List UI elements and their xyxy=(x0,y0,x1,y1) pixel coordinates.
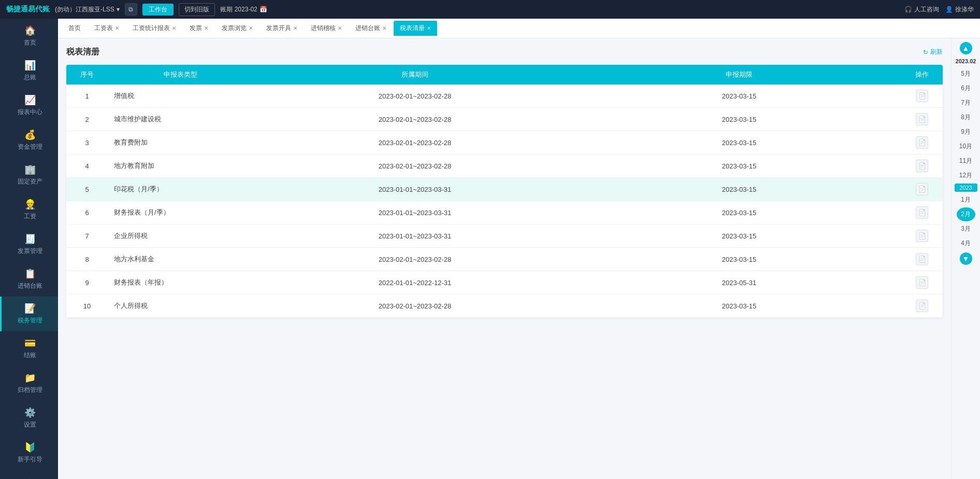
calendar-month-1月[interactable]: 1月 xyxy=(955,193,977,207)
cell-deadline: 2023-03-15 xyxy=(577,178,901,201)
col-deadline: 申报期限 xyxy=(577,65,901,84)
settings-icon: ⚙️ xyxy=(24,407,36,418)
consult-label: 人工咨询 xyxy=(914,5,939,14)
calendar-month-5月[interactable]: 5月 xyxy=(955,67,977,81)
cell-action[interactable]: 📄 xyxy=(901,294,943,317)
sidebar-item-ledger[interactable]: 📊 总账 xyxy=(0,53,58,88)
cell-action[interactable]: 📄 xyxy=(901,248,943,271)
sidebar-item-invoice[interactable]: 🧾 发票管理 xyxy=(0,227,58,262)
sidebar-item-archive[interactable]: 📁 归档管理 xyxy=(0,366,58,401)
action-icon-9[interactable]: 📄 xyxy=(916,276,928,289)
sidebar-item-vip[interactable]: ✦ 畅会员 xyxy=(0,470,58,479)
tab-close-purchase-ledger[interactable]: ✕ xyxy=(382,25,386,31)
sidebar-item-settings[interactable]: ⚙️ 设置 xyxy=(0,401,58,435)
tab-close-invoice-browse[interactable]: ✕ xyxy=(249,25,253,31)
tab-close-tax-list[interactable]: ✕ xyxy=(427,25,431,31)
tab-invoice[interactable]: 发票✕ xyxy=(183,21,214,36)
company-selector[interactable]: (勿动）江西服亚-LSS ▾ xyxy=(55,5,120,14)
calendar-month-6月[interactable]: 6月 xyxy=(955,81,977,95)
calendar-month-10月[interactable]: 10月 xyxy=(955,139,977,153)
content-area: 首页工资表✕工资统计报表✕发票✕发票浏览✕发票开具✕进销稽核✕进销台账✕税表清册… xyxy=(58,19,980,479)
calendar-period-label: 2023.02 xyxy=(955,56,977,66)
sidebar-item-funds[interactable]: 💰 资金管理 xyxy=(0,123,58,158)
calendar-month-2月[interactable]: 2月 xyxy=(957,207,975,221)
calendar-icon[interactable]: 📅 xyxy=(260,6,267,13)
cell-action[interactable]: 📄 xyxy=(901,224,943,247)
work-station-button[interactable]: 工作台 xyxy=(142,4,174,16)
sidebar-item-reports[interactable]: 📈 报表中心 xyxy=(0,88,58,123)
action-icon-2[interactable]: 📄 xyxy=(916,113,928,125)
action-icon-5[interactable]: 📄 xyxy=(916,183,928,195)
sidebar-item-salary[interactable]: 👷 工资 xyxy=(0,192,58,227)
cell-period: 2023-02-01~2023-02-28 xyxy=(253,131,577,154)
action-icon-3[interactable]: 📄 xyxy=(916,136,928,149)
action-icon-4[interactable]: 📄 xyxy=(916,160,928,172)
tab-salary[interactable]: 工资表✕ xyxy=(88,21,125,36)
tab-close-salary[interactable]: ✕ xyxy=(115,25,119,31)
consult-button[interactable]: 🎧 人工咨询 xyxy=(904,5,939,14)
switch-old-button[interactable]: 切到旧版 xyxy=(179,3,215,16)
tab-tax-list[interactable]: 税表清册✕ xyxy=(394,21,437,36)
calendar-month-9月[interactable]: 9月 xyxy=(955,125,977,139)
cell-action[interactable]: 📄 xyxy=(901,84,943,107)
calendar-year-2023: 2023 xyxy=(955,184,977,192)
cell-period: 2023-02-01~2023-02-28 xyxy=(253,248,577,271)
sidebar-label-assets: 固定资产 xyxy=(18,177,42,186)
tab-purchase-check[interactable]: 进销稽核✕ xyxy=(305,21,348,36)
refresh-button[interactable]: ↻ 刷新 xyxy=(923,48,943,57)
calendar-month-11月[interactable]: 11月 xyxy=(955,154,977,168)
cell-action[interactable]: 📄 xyxy=(901,108,943,131)
calendar-month-7月[interactable]: 7月 xyxy=(955,96,977,110)
tab-close-salary-stats[interactable]: ✕ xyxy=(172,25,176,31)
calendar-month-4月[interactable]: 4月 xyxy=(955,236,977,250)
sidebar-item-settle[interactable]: 💳 结账 xyxy=(0,331,58,366)
cell-no: 5 xyxy=(66,178,108,201)
cell-no: 3 xyxy=(66,131,108,154)
tab-home[interactable]: 首页 xyxy=(62,21,87,36)
cell-period: 2023-02-01~2023-02-28 xyxy=(253,84,577,107)
cell-action[interactable]: 📄 xyxy=(901,178,943,201)
reports-icon: 📈 xyxy=(24,94,36,106)
sidebar-item-home[interactable]: 🏠 首页 xyxy=(0,19,58,53)
action-icon-7[interactable]: 📄 xyxy=(916,230,928,242)
tab-purchase-ledger[interactable]: 进销台账✕ xyxy=(349,21,393,36)
cell-deadline: 2023-03-15 xyxy=(577,224,901,247)
cell-action[interactable]: 📄 xyxy=(901,201,943,224)
page-header: 税表清册 ↻ 刷新 xyxy=(66,47,943,58)
cell-type: 增值税 xyxy=(108,84,253,107)
cell-action[interactable]: 📄 xyxy=(901,271,943,294)
cell-action[interactable]: 📄 xyxy=(901,154,943,177)
tab-close-invoice[interactable]: ✕ xyxy=(204,25,208,31)
funds-icon: 💰 xyxy=(24,129,36,140)
assets-icon: 🏢 xyxy=(24,164,36,175)
sidebar-item-guide[interactable]: 🔰 新手引导 xyxy=(0,435,58,470)
table-row: 2 城市维护建设税 2023-02-01~2023-02-28 2023-03-… xyxy=(66,108,943,131)
sidebar-item-purchase[interactable]: 📋 进销台账 xyxy=(0,262,58,297)
calendar-month-8月[interactable]: 8月 xyxy=(955,110,977,124)
cell-type: 城市维护建设税 xyxy=(108,108,253,131)
action-icon-8[interactable]: 📄 xyxy=(916,253,928,265)
sidebar-item-assets[interactable]: 🏢 固定资产 xyxy=(0,158,58,192)
cell-action[interactable]: 📄 xyxy=(901,131,943,154)
table-row: 5 印花税（月/季） 2023-01-01~2023-03-31 2023-03… xyxy=(66,178,943,201)
calendar-month-12月[interactable]: 12月 xyxy=(955,168,977,182)
tab-invoice-browse[interactable]: 发票浏览✕ xyxy=(215,21,259,36)
sidebar-item-tax[interactable]: 📝 税务管理 xyxy=(0,297,58,331)
calendar-next-button[interactable]: ▼ xyxy=(960,252,972,265)
tab-bar: 首页工资表✕工资统计报表✕发票✕发票浏览✕发票开具✕进销稽核✕进销台账✕税表清册… xyxy=(58,19,980,38)
copy-button[interactable]: ⧉ xyxy=(125,3,137,16)
calendar-prev-button[interactable]: ▲ xyxy=(960,42,972,54)
cell-no: 1 xyxy=(66,84,108,107)
action-icon-10[interactable]: 📄 xyxy=(916,300,928,312)
action-icon-6[interactable]: 📄 xyxy=(916,206,928,219)
tab-label-purchase-ledger: 进销台账 xyxy=(355,24,380,33)
user-menu[interactable]: 👤 徐涤华 xyxy=(945,5,974,14)
tab-close-purchase-check[interactable]: ✕ xyxy=(338,25,342,31)
tab-invoice-open[interactable]: 发票开具✕ xyxy=(260,21,304,36)
action-icon-1[interactable]: 📄 xyxy=(916,90,928,102)
cell-period: 2023-01-01~2023-03-31 xyxy=(253,178,577,201)
tab-salary-stats[interactable]: 工资统计报表✕ xyxy=(126,21,182,36)
calendar-month-3月[interactable]: 3月 xyxy=(955,222,977,236)
right-sidebar-calendar[interactable]: ▲ 2023.02 5月6月7月8月9月10月11月12月 2023 1月2月3… xyxy=(951,38,980,479)
tab-close-invoice-open[interactable]: ✕ xyxy=(293,25,297,31)
